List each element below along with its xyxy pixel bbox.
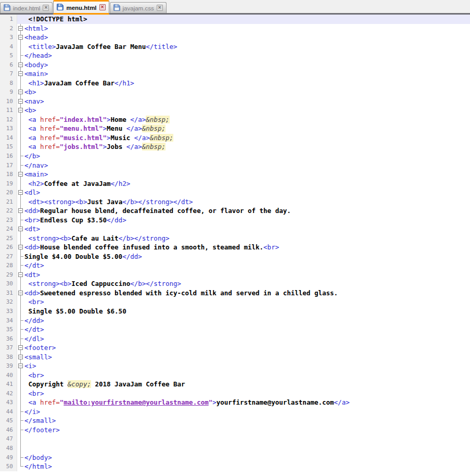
- code-content[interactable]: <br>: [24, 371, 470, 380]
- code-content[interactable]: <dd>House blended coffee infused into a …: [24, 243, 470, 252]
- fold-collapse-box-icon[interactable]: [18, 272, 23, 277]
- code-content[interactable]: <i>: [24, 361, 470, 371]
- fold-marker[interactable]: [17, 188, 24, 197]
- code-line[interactable]: 46</footer>: [0, 425, 470, 435]
- fold-marker[interactable]: [17, 24, 24, 33]
- code-line[interactable]: 49</body>: [0, 453, 470, 462]
- fold-marker[interactable]: [17, 206, 24, 216]
- fold-marker[interactable]: [17, 33, 24, 42]
- code-content[interactable]: <!DOCTYPE html>: [24, 15, 470, 24]
- code-content[interactable]: <footer>: [24, 343, 470, 353]
- fold-marker[interactable]: [17, 361, 24, 371]
- code-content[interactable]: Single $4.00 Double $5.00</dd>: [24, 252, 470, 261]
- fold-marker[interactable]: [17, 170, 24, 179]
- code-line[interactable]: 36</dl>: [0, 334, 470, 344]
- fold-collapse-box-icon[interactable]: [18, 62, 23, 67]
- code-line[interactable]: 35</dt>: [0, 325, 470, 334]
- code-line[interactable]: 5</head>: [0, 51, 470, 60]
- code-content[interactable]: <title>JavaJam Coffee Bar Menu</title>: [24, 42, 470, 52]
- close-icon[interactable]: ✕: [43, 5, 49, 11]
- fold-marker[interactable]: [17, 106, 24, 115]
- code-line[interactable]: 29<dt>: [0, 270, 470, 280]
- code-content[interactable]: </head>: [24, 51, 470, 60]
- code-content[interactable]: <a href="menu.html">Menu </a>&nbsp;: [24, 124, 470, 133]
- fold-marker[interactable]: [17, 224, 24, 234]
- code-line[interactable]: 50</html>: [0, 462, 470, 471]
- fold-marker[interactable]: [17, 343, 24, 353]
- code-content[interactable]: </dt>: [24, 325, 470, 334]
- code-line[interactable]: 31<dd>Sweetened espresso blended with ic…: [0, 289, 470, 298]
- fold-marker[interactable]: [17, 97, 24, 106]
- code-content[interactable]: <head>: [24, 33, 470, 42]
- code-content[interactable]: </footer>: [24, 425, 470, 435]
- code-line[interactable]: 1 <!DOCTYPE html>: [0, 15, 470, 24]
- code-line[interactable]: 15 <a href="jobs.html">Jobs </a>&nbsp;: [0, 142, 470, 152]
- code-line[interactable]: 30 <strong><b>Iced Cappuccino</b></stron…: [0, 279, 470, 289]
- code-line[interactable]: 22<dd>Regular house blend, decaffeinated…: [0, 206, 470, 216]
- code-content[interactable]: <dl>: [24, 188, 470, 197]
- fold-marker[interactable]: [17, 289, 24, 298]
- code-line[interactable]: 44</i>: [0, 407, 470, 417]
- code-content[interactable]: <a href="index.html">Home </a>&nbsp;: [24, 115, 470, 124]
- tab-javajam.css[interactable]: javajam.css✕: [110, 2, 167, 13]
- code-content[interactable]: <a href="mailto:yourfirstname@yourlastna…: [24, 398, 470, 407]
- fold-collapse-box-icon[interactable]: [18, 108, 23, 112]
- close-icon[interactable]: ✕: [99, 4, 106, 10]
- close-icon[interactable]: ✕: [157, 5, 163, 11]
- fold-marker[interactable]: [17, 60, 24, 70]
- code-line[interactable]: 9<b>: [0, 87, 470, 97]
- code-line[interactable]: 18<main>: [0, 170, 470, 179]
- code-line[interactable]: 4 <title>JavaJam Coffee Bar Menu</title>: [0, 42, 470, 52]
- code-line[interactable]: 16</b>: [0, 152, 470, 161]
- fold-collapse-box-icon[interactable]: [18, 99, 23, 104]
- code-content[interactable]: <strong><b>Iced Cappuccino</b></strong>: [24, 279, 470, 289]
- code-content[interactable]: <html>: [24, 24, 470, 33]
- code-line[interactable]: 33 Single $5.00 Double $6.50: [0, 307, 470, 316]
- code-line[interactable]: 40 <br>: [0, 371, 470, 380]
- code-content[interactable]: <nav>: [24, 97, 470, 106]
- code-line[interactable]: 39<i>: [0, 361, 470, 371]
- code-content[interactable]: <main>: [24, 69, 470, 79]
- code-line[interactable]: 26<dd>House blended coffee infused into …: [0, 243, 470, 252]
- code-line[interactable]: 6<body>: [0, 60, 470, 70]
- code-content[interactable]: <h2>Coffee at JavaJam</h2>: [24, 179, 470, 189]
- code-line[interactable]: 32 <br>: [0, 297, 470, 307]
- code-line[interactable]: 45</small>: [0, 416, 470, 425]
- tab-menu.html[interactable]: menu.html✕: [53, 0, 109, 15]
- code-content[interactable]: <br>: [24, 297, 470, 307]
- code-content[interactable]: </dd>: [24, 316, 470, 325]
- code-content[interactable]: <body>: [24, 60, 470, 70]
- code-content[interactable]: <small>: [24, 353, 470, 362]
- code-line[interactable]: 3<head>: [0, 33, 470, 42]
- fold-collapse-box-icon[interactable]: [18, 26, 23, 31]
- code-content[interactable]: [24, 444, 470, 453]
- fold-marker[interactable]: [17, 243, 24, 252]
- code-content[interactable]: </b>: [24, 152, 470, 161]
- code-line[interactable]: 2<html>: [0, 24, 470, 33]
- fold-collapse-box-icon[interactable]: [18, 35, 23, 40]
- code-line[interactable]: 42 <br>: [0, 389, 470, 398]
- fold-collapse-box-icon[interactable]: [18, 71, 23, 76]
- code-content[interactable]: <dt><strong><b>Just Java</b></strong></d…: [24, 197, 470, 207]
- code-content[interactable]: </small>: [24, 416, 470, 425]
- code-line[interactable]: 12 <a href="index.html">Home </a>&nbsp;: [0, 115, 470, 124]
- code-content[interactable]: <br>Endless Cup $3.50</dd>: [24, 216, 470, 225]
- tab-index.html[interactable]: index.html✕: [0, 2, 53, 13]
- code-content[interactable]: <dt>: [24, 270, 470, 280]
- code-line[interactable]: 47: [0, 434, 470, 444]
- code-line[interactable]: 48: [0, 444, 470, 453]
- code-content[interactable]: <b>: [24, 106, 470, 115]
- code-content[interactable]: </i>: [24, 407, 470, 417]
- code-content[interactable]: </body>: [24, 453, 470, 462]
- code-line[interactable]: 8 <h1>JavaJam Coffee Bar</h1>: [0, 79, 470, 88]
- fold-marker[interactable]: [17, 87, 24, 97]
- code-content[interactable]: <a href="music.html">Music </a>&nbsp;: [24, 133, 470, 143]
- fold-collapse-box-icon[interactable]: [18, 190, 23, 195]
- code-line[interactable]: 10<nav>: [0, 97, 470, 106]
- code-line[interactable]: 11<b>: [0, 106, 470, 115]
- code-content[interactable]: </dt>: [24, 261, 470, 270]
- code-content[interactable]: [24, 434, 470, 444]
- code-content[interactable]: <h1>JavaJam Coffee Bar</h1>: [24, 79, 470, 88]
- code-line[interactable]: 24<dt>: [0, 224, 470, 234]
- fold-collapse-box-icon[interactable]: [18, 355, 23, 359]
